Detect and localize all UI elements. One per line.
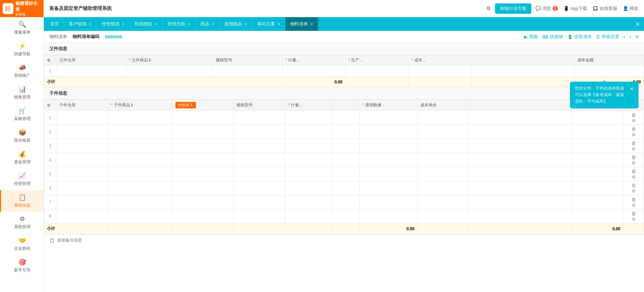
child-copy-1[interactable]: ⊕ — [630, 117, 637, 124]
online-service-button[interactable]: 🎧 在线客服 — [593, 5, 617, 12]
child-spec-2[interactable] — [234, 125, 285, 139]
nav-next-button[interactable]: › — [629, 34, 631, 40]
close-tab-button[interactable]: ✕ — [633, 17, 643, 31]
child-product-7[interactable] — [108, 195, 172, 209]
child-unitcost-6[interactable] — [417, 181, 469, 195]
child-copy-6[interactable]: ⊕ — [630, 187, 637, 194]
child-spec-8[interactable] — [234, 209, 285, 223]
child-copy-2[interactable]: ⊕ — [630, 131, 637, 138]
breadcrumb-parent[interactable]: 物料清单 — [49, 34, 67, 40]
child-scan-1[interactable] — [173, 111, 234, 125]
child-spec-7[interactable] — [234, 195, 285, 209]
child-scan-2[interactable] — [173, 125, 234, 139]
parent-product-cell[interactable] — [126, 66, 213, 77]
nav-tab-6[interactable]: 新增商品✕ — [220, 17, 252, 31]
child-unitcost-4[interactable] — [417, 153, 469, 167]
nav-tab-0[interactable]: 首页 — [45, 17, 64, 31]
child-warehouse-5[interactable] — [57, 167, 108, 181]
child-unitcost-7[interactable] — [417, 195, 469, 209]
scan-button[interactable]: 扫码录入 — [175, 102, 196, 108]
child-warehouse-6[interactable] — [57, 181, 108, 195]
child-qty-4[interactable] — [359, 153, 417, 167]
child-spec-6[interactable] — [234, 181, 285, 195]
child-warehouse-4[interactable] — [57, 153, 108, 167]
child-qty-8[interactable] — [359, 209, 417, 223]
child-unit-5[interactable] — [285, 167, 332, 181]
child-copy-5[interactable]: ⊕ — [630, 173, 637, 180]
nav-tab-close-3[interactable]: ✕ — [154, 22, 158, 26]
child-scan-7[interactable] — [173, 195, 234, 209]
child-col-gear[interactable]: ⚙ — [44, 100, 57, 111]
sidebar-item-basic[interactable]: 📋基础信息 — [0, 190, 44, 212]
child-qty-7[interactable] — [359, 195, 417, 209]
sidebar-item-marketing[interactable]: 📣营销推广 — [0, 60, 44, 82]
sidebar-item-enterprise[interactable]: 🤝企业协同 — [0, 233, 44, 255]
nav-tab-2[interactable]: 经营情况✕ — [97, 17, 130, 31]
message-button[interactable]: 💬 消息 6 — [535, 5, 558, 12]
child-qty-1[interactable] — [359, 111, 417, 125]
sidebar-item-finance[interactable]: 💰资金管理 — [0, 147, 44, 168]
sidebar-item-guide[interactable]: 🎯新手引导 — [0, 255, 44, 277]
child-unitcost-8[interactable] — [417, 209, 469, 223]
child-unit-1[interactable] — [285, 111, 332, 125]
child-unitcost-2[interactable] — [417, 125, 469, 139]
nav-tab-1[interactable]: 客户联络✕ — [64, 17, 97, 31]
child-unit-8[interactable] — [285, 209, 332, 223]
parent-warehouse-cell[interactable] — [57, 66, 126, 77]
expand-button[interactable]: ≡ — [635, 34, 639, 40]
sidebar-item-sales[interactable]: 📊销售管理 — [0, 82, 44, 104]
child-qty-5[interactable] — [359, 167, 417, 181]
parent-col-gear[interactable]: ⚙ — [44, 55, 57, 66]
child-qty-2[interactable] — [359, 125, 417, 139]
child-qty-6[interactable] — [359, 181, 417, 195]
nav-tab-3[interactable]: 利润报告✕ — [130, 17, 163, 31]
child-scan-3[interactable] — [173, 139, 234, 153]
nav-tab-4[interactable]: 经营历程✕ — [163, 17, 196, 31]
sidebar-item-operations[interactable]: 📈经营管理 — [0, 168, 44, 190]
child-scan-4[interactable] — [173, 153, 234, 167]
sidebar-item-search[interactable]: 🔍搜索菜单 — [0, 17, 44, 39]
trial-button[interactable]: 体验行业方案 — [495, 3, 531, 14]
shortcut-action[interactable]: ⌨ 快捷键 — [542, 34, 563, 40]
child-product-6[interactable] — [108, 181, 172, 195]
sidebar-item-system[interactable]: ⚙系统管理 — [0, 212, 44, 233]
child-spec-3[interactable] — [234, 139, 285, 153]
child-product-8[interactable] — [108, 209, 172, 223]
nav-tab-close-2[interactable]: ✕ — [122, 22, 125, 26]
cost-action[interactable]: 💲 提取成本 — [567, 34, 592, 40]
child-warehouse-2[interactable] — [57, 125, 108, 139]
child-unitcost-3[interactable] — [417, 139, 469, 153]
sidebar-item-inventory[interactable]: 📦库存核算 — [0, 125, 44, 147]
gear-icon[interactable]: ⚙ — [486, 5, 491, 12]
view-action[interactable]: ▶ 视频 — [524, 34, 538, 40]
child-unit-2[interactable] — [285, 125, 332, 139]
child-unit-7[interactable] — [285, 195, 332, 209]
child-scan-6[interactable] — [173, 181, 234, 195]
child-copy-3[interactable]: ⊕ — [630, 145, 637, 152]
child-product-2[interactable] — [108, 125, 172, 139]
nav-prev-button[interactable]: ‹ — [623, 34, 625, 40]
nav-tab-close-8[interactable]: ✕ — [310, 22, 313, 26]
user-button[interactable]: 👤 用友 — [623, 5, 639, 12]
parent-spec-cell[interactable] — [213, 66, 282, 77]
nav-tab-close-4[interactable]: ✕ — [187, 22, 190, 26]
child-copy-4[interactable]: ⊕ — [630, 159, 637, 166]
nav-tab-close-7[interactable]: ✕ — [277, 22, 280, 26]
child-unitcost-1[interactable] — [417, 111, 469, 125]
child-product-3[interactable] — [108, 139, 172, 153]
parent-produce-cell[interactable] — [345, 66, 408, 77]
single-action[interactable]: ☰ 单据设置 — [596, 34, 619, 40]
child-spec-5[interactable] — [234, 167, 285, 181]
sidebar-item-purchase[interactable]: 🛒采购管理 — [0, 104, 44, 125]
child-warehouse-1[interactable] — [57, 111, 108, 125]
child-scan-8[interactable] — [173, 209, 234, 223]
child-spec-1[interactable] — [234, 111, 285, 125]
child-warehouse-7[interactable] — [57, 195, 108, 209]
child-warehouse-8[interactable] — [57, 209, 108, 223]
sidebar-item-quick[interactable]: ⚡快捷导航 — [0, 39, 44, 60]
nav-tab-close-1[interactable]: ✕ — [89, 22, 92, 26]
child-scan-5[interactable] — [173, 167, 234, 181]
child-unit-3[interactable] — [285, 139, 332, 153]
child-product-1[interactable] — [108, 111, 172, 125]
child-qty-3[interactable] — [359, 139, 417, 153]
